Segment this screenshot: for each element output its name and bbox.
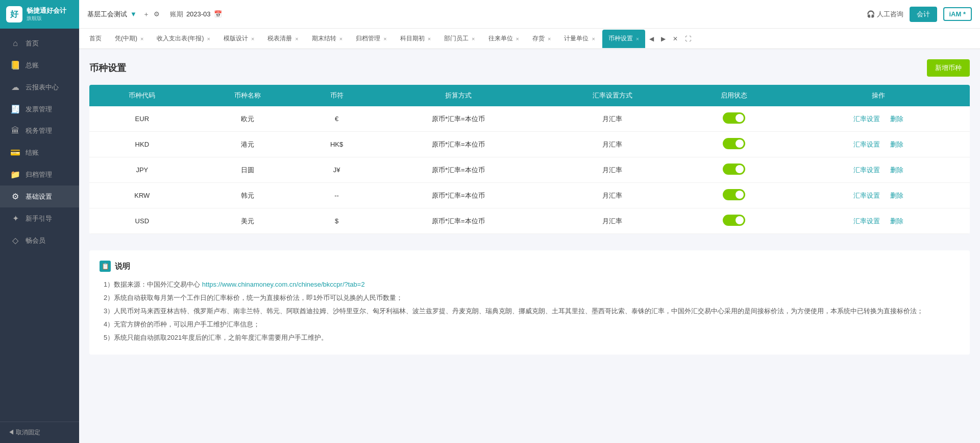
topbar-actions: ＋ ⚙: [143, 10, 160, 19]
tab-voucher[interactable]: 凭(中期) ×: [109, 30, 150, 48]
notes-title: 说明: [115, 262, 130, 271]
tab-home[interactable]: 首页: [83, 30, 108, 48]
period-selector[interactable]: 账期 2023-03 📅: [170, 10, 222, 19]
tab-close-icon[interactable]: ×: [140, 36, 143, 42]
consult-button[interactable]: 🎧 人工咨询: [867, 10, 903, 19]
cell-status[interactable]: [681, 132, 787, 157]
delete-link[interactable]: 删除: [890, 217, 903, 225]
tab-close-icon[interactable]: ×: [339, 36, 342, 42]
notes-item: 2）系统自动获取每月第一个工作日的汇率标价，统一为直接标价法，即1外币可以兑换的…: [100, 291, 960, 305]
rate-setting-link[interactable]: 汇率设置: [853, 192, 880, 199]
cell-actions: 汇率设置 删除: [787, 183, 970, 208]
tab-nav-prev[interactable]: ◀: [646, 33, 657, 44]
cell-rate-type: 月汇率: [544, 157, 682, 183]
new-currency-button[interactable]: 新增币种: [927, 59, 970, 77]
sidebar-item-label: 云报表中心: [26, 83, 59, 92]
tab-unit[interactable]: 计量单位 ×: [558, 30, 601, 48]
toggle-enabled[interactable]: [723, 138, 745, 149]
cell-symbol: --: [300, 183, 373, 208]
col-name: 币种名称: [195, 85, 301, 106]
cell-status[interactable]: [681, 157, 787, 183]
notes-section: 📋 说明 1）数据来源：中国外汇交易中心 https://www.chinamo…: [89, 250, 970, 355]
tab-close-icon[interactable]: ×: [636, 36, 639, 42]
period-value: 2023-03: [186, 10, 211, 18]
sidebar: 好 畅捷通好会计 旗舰版 ⌂ 首页 📒 总账 ☁ 云报表中心 🧾 发票管理 🏛 …: [0, 0, 79, 443]
cell-status[interactable]: [681, 183, 787, 208]
tab-close-icon[interactable]: ×: [548, 36, 551, 42]
sidebar-item-member[interactable]: ◇ 畅会员: [0, 229, 79, 251]
cell-code: USD: [89, 208, 195, 234]
settings-gear-icon[interactable]: ⚙: [154, 10, 160, 18]
delete-link[interactable]: 删除: [890, 166, 903, 174]
company-selector[interactable]: 基层工会测试 ▼: [87, 10, 137, 19]
sidebar-item-invoice[interactable]: 🧾 发票管理: [0, 98, 79, 120]
sidebar-item-label: 归档管理: [26, 170, 52, 179]
sidebar-item-reports[interactable]: ☁ 云报表中心: [0, 76, 79, 98]
cell-method: 原币*汇率=本位币: [373, 157, 544, 183]
sidebar-unpin[interactable]: ◀ 取消固定: [0, 422, 79, 443]
invoice-icon: 🧾: [10, 104, 20, 114]
cell-rate-type: 月汇率: [544, 208, 682, 234]
toggle-enabled[interactable]: [723, 215, 745, 226]
tab-taxform[interactable]: 税表清册 ×: [261, 30, 304, 48]
tab-archive-mgmt[interactable]: 归档管理 ×: [350, 30, 393, 48]
rate-setting-link[interactable]: 汇率设置: [853, 217, 880, 225]
tab-nav-next[interactable]: ▶: [658, 33, 669, 44]
tab-close-icon[interactable]: ×: [207, 36, 210, 42]
tab-subject-init[interactable]: 科目期初 ×: [394, 30, 437, 48]
delete-link[interactable]: 删除: [890, 141, 903, 148]
sidebar-item-guide[interactable]: ✦ 新手引导: [0, 207, 79, 229]
sidebar-item-home[interactable]: ⌂ 首页: [0, 33, 79, 54]
settings-icon: ⚙: [10, 192, 20, 201]
sidebar-item-label: 新手引导: [26, 214, 52, 223]
col-status: 启用状态: [681, 85, 787, 106]
archive-icon: 📁: [10, 170, 20, 179]
tab-close-icon[interactable]: ×: [472, 36, 475, 42]
tab-close-icon[interactable]: ×: [516, 36, 519, 42]
sidebar-nav: ⌂ 首页 📒 总账 ☁ 云报表中心 🧾 发票管理 🏛 税务管理 💳 结账 📁 归…: [0, 29, 79, 422]
cell-method: 原币*汇率=本位币: [373, 106, 544, 132]
notes-item: 4）无官方牌价的币种，可以用户手工维护汇率信息；: [100, 318, 960, 331]
sidebar-item-checkout[interactable]: 💳 结账: [0, 142, 79, 164]
tab-template[interactable]: 模版设计 ×: [217, 30, 260, 48]
toggle-enabled[interactable]: [723, 164, 745, 175]
tab-close-icon[interactable]: ×: [428, 36, 431, 42]
guide-icon: ✦: [10, 214, 20, 223]
cell-method: 原币*汇率=本位币: [373, 183, 544, 208]
tab-contacts[interactable]: 往来单位 ×: [482, 30, 525, 48]
tab-dept-staff[interactable]: 部门员工 ×: [438, 30, 481, 48]
rate-setting-link[interactable]: 汇率设置: [853, 141, 880, 148]
chinamoney-link[interactable]: https://www.chinamoney.com.cn/chinese/bk…: [202, 281, 365, 288]
table-row: USD 美元 $ 原币*汇率=本位币 月汇率 汇率设置 删除: [89, 208, 970, 234]
delete-link[interactable]: 删除: [890, 115, 903, 123]
col-code: 币种代码: [89, 85, 195, 106]
tab-close-icon[interactable]: ×: [383, 36, 386, 42]
rate-setting-link[interactable]: 汇率设置: [853, 166, 880, 174]
toggle-enabled[interactable]: [723, 112, 745, 124]
cell-method: 原币*汇率=本位币: [373, 208, 544, 234]
tab-period-close[interactable]: 期末结转 ×: [306, 30, 349, 48]
sidebar-item-archive[interactable]: 📁 归档管理: [0, 164, 79, 185]
cell-rate-type: 月汇率: [544, 132, 682, 157]
delete-link[interactable]: 删除: [890, 192, 903, 199]
tab-expand[interactable]: ⛶: [682, 33, 694, 44]
tab-close-icon[interactable]: ×: [251, 36, 254, 42]
tab-close-all[interactable]: ✕: [670, 33, 681, 44]
tab-income[interactable]: 收入支出表(年报) ×: [151, 30, 216, 48]
rate-setting-link[interactable]: 汇率设置: [853, 115, 880, 123]
tab-close-icon[interactable]: ×: [295, 36, 298, 42]
cell-status[interactable]: [681, 106, 787, 132]
tab-inventory[interactable]: 存货 ×: [526, 30, 557, 48]
toggle-enabled[interactable]: [723, 189, 745, 200]
cell-status[interactable]: [681, 208, 787, 234]
accountant-button[interactable]: 会计: [910, 7, 937, 22]
sidebar-item-ledger[interactable]: 📒 总账: [0, 54, 79, 76]
sidebar-item-settings[interactable]: ⚙ 基础设置: [0, 185, 79, 207]
notes-icon: 📋: [100, 261, 111, 272]
tab-currency[interactable]: 币种设置 ×: [602, 30, 645, 48]
home-icon: ⌂: [10, 39, 20, 48]
sidebar-item-label: 税务管理: [26, 126, 52, 135]
add-icon[interactable]: ＋: [143, 10, 150, 19]
sidebar-item-tax[interactable]: 🏛 税务管理: [0, 120, 79, 142]
tab-close-icon[interactable]: ×: [592, 36, 595, 42]
